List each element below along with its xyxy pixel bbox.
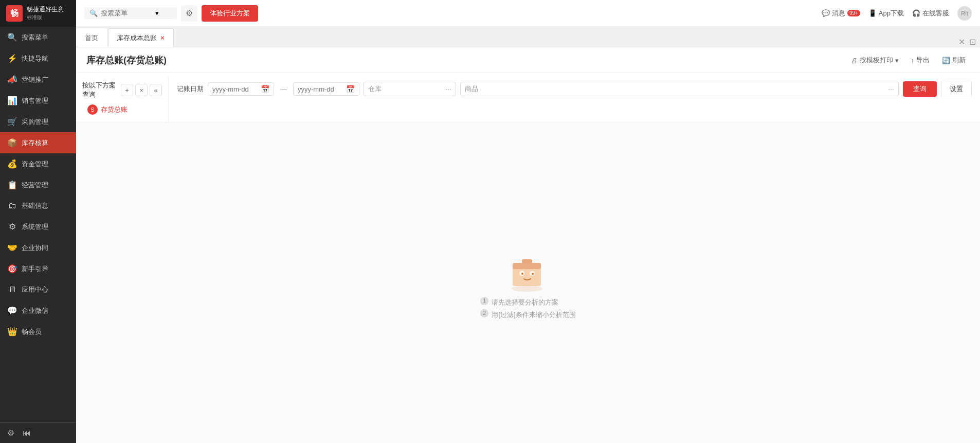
- topbar: 🔍 ▾ ⚙ 体验行业方案 💬 消息 99+ 📱 App下载 🎧 在线客服: [76, 0, 980, 27]
- svg-point-7: [512, 286, 542, 292]
- sidebar-item-shortcut[interactable]: ⚡ 快捷导航: [0, 48, 76, 69]
- app-badge: 标准版: [27, 14, 64, 21]
- sidebar-scroll: 🔍 搜索菜单 ⚡ 快捷导航 📣 营销推广 📊 销售管理 🛒 采购管理 📦 库存核…: [0, 27, 76, 422]
- goods-more-icon[interactable]: ···: [888, 85, 894, 93]
- content-area: 库存总账(存货总账) 🖨 按模板打印 ▾ ↑ 导出 🔄 刷新: [76, 47, 980, 443]
- finance-icon: 💰: [7, 159, 17, 169]
- collapse-icon[interactable]: ⏮: [23, 429, 31, 438]
- calendar-start-icon[interactable]: 📅: [261, 85, 269, 93]
- goods-select[interactable]: 商品 ···: [460, 82, 899, 96]
- marketing-icon: 📣: [7, 75, 17, 84]
- warehouse-select[interactable]: 仓库 ···: [364, 82, 456, 96]
- online-service-item[interactable]: 🎧 在线客服: [912, 9, 949, 18]
- page-header-actions: 🖨 按模板打印 ▾ ↑ 导出 🔄 刷新: [847, 54, 970, 67]
- search-icon: 🔍: [7, 32, 17, 42]
- date-start-input-wrap: 📅: [208, 82, 274, 96]
- settings-bottom-icon[interactable]: ⚙: [7, 428, 14, 438]
- trial-button[interactable]: 体验行业方案: [202, 5, 258, 22]
- sidebar-item-label-operations: 经营管理: [22, 181, 48, 190]
- goods-label: 商品: [465, 84, 478, 94]
- app-download-label: App下载: [879, 9, 904, 18]
- sidebar-item-label-purchase: 采购管理: [22, 117, 48, 127]
- sidebar-item-sales[interactable]: 📊 销售管理: [0, 90, 76, 111]
- query-button[interactable]: 查询: [903, 81, 937, 97]
- sidebar-item-label-finance: 资金管理: [22, 160, 48, 169]
- tab-close-icon[interactable]: ✕: [160, 34, 165, 42]
- sidebar-item-label-basics: 基础信息: [22, 201, 48, 210]
- sidebar-item-label-newbie: 新手引导: [22, 264, 48, 274]
- purchase-icon: 🛒: [7, 117, 17, 127]
- date-start-input[interactable]: [212, 85, 259, 93]
- warehouse-more-icon[interactable]: ···: [445, 85, 451, 93]
- sidebar-item-inventory[interactable]: 📦 库存核算: [0, 132, 76, 153]
- user-avatar[interactable]: Rit: [957, 6, 972, 21]
- sidebar-item-finance[interactable]: 💰 资金管理: [0, 153, 76, 174]
- topbar-search-icon: 🔍: [89, 9, 98, 17]
- date-separator: —: [278, 85, 289, 93]
- app-download-item[interactable]: 📱 App下载: [868, 9, 904, 18]
- sidebar-item-label-member: 畅会员: [22, 327, 42, 336]
- shortcut-icon: ⚡: [7, 54, 17, 63]
- date-end-input[interactable]: [298, 85, 344, 93]
- tab-home-label: 首页: [85, 33, 98, 43]
- print-button[interactable]: 🖨 按模板打印 ▾: [847, 54, 903, 67]
- tip-step-1: 1 请先选择要分析的方案: [480, 296, 575, 308]
- tab-inventory-cost[interactable]: 库存成本总账 ✕: [108, 28, 174, 47]
- body-area: 1 请先选择要分析的方案 2 用[过滤]条件来缩小分析范围: [76, 122, 980, 443]
- print-dropdown-icon[interactable]: ▾: [895, 57, 899, 64]
- export-label: 导出: [916, 56, 930, 65]
- export-icon: ↑: [911, 57, 915, 64]
- sidebar-item-appcenter[interactable]: 🖥 应用中心: [0, 279, 76, 300]
- system-icon: ⚙: [7, 222, 17, 232]
- sidebar-item-member[interactable]: 👑 畅会员: [0, 321, 76, 342]
- page-title: 库存总账(存货总账): [86, 54, 167, 66]
- sidebar-item-purchase[interactable]: 🛒 采购管理: [0, 111, 76, 132]
- tip-text-1: 请先选择要分析的方案: [492, 296, 558, 308]
- member-icon: 👑: [7, 327, 17, 336]
- sidebar-item-marketing[interactable]: 📣 营销推广: [0, 69, 76, 90]
- sidebar-item-system[interactable]: ⚙ 系统管理: [0, 216, 76, 237]
- scheme-icon-stock-ledger: S: [87, 104, 98, 115]
- app-logo: 畅 畅捷通好生意 标准版: [0, 0, 76, 27]
- messages-item[interactable]: 💬 消息 99+: [822, 9, 860, 18]
- collapse-filter-btn[interactable]: «: [150, 84, 162, 96]
- export-button[interactable]: ↑ 导出: [907, 54, 934, 67]
- date-end-input-wrap: 📅: [293, 82, 359, 96]
- sidebar-item-operations[interactable]: 📋 经营管理: [0, 174, 76, 196]
- sidebar-item-label-wechat: 企业微信: [22, 306, 48, 315]
- sidebar-item-newbie[interactable]: 🎯 新手引导: [0, 258, 76, 279]
- tab-bar-expand-icon[interactable]: ⊡: [969, 37, 976, 47]
- tab-bar: 首页 库存成本总账 ✕ ✕ ⊡: [76, 27, 980, 47]
- print-icon: 🖨: [851, 57, 858, 64]
- tab-bar-close-icon[interactable]: ✕: [958, 37, 965, 47]
- sidebar-item-enterprise[interactable]: 🤝 企业协同: [0, 237, 76, 258]
- empty-tips: 1 请先选择要分析的方案 2 用[过滤]条件来缩小分析范围: [480, 296, 575, 321]
- refresh-button[interactable]: 🔄 刷新: [938, 54, 970, 67]
- sidebar-item-search[interactable]: 🔍 搜索菜单: [0, 27, 76, 48]
- messages-label: 消息: [832, 9, 845, 18]
- sidebar-item-label-inventory: 库存核算: [22, 138, 48, 148]
- tab-home[interactable]: 首页: [76, 28, 107, 47]
- main-area: 🔍 ▾ ⚙ 体验行业方案 💬 消息 99+ 📱 App下载 🎧 在线客服: [76, 0, 980, 443]
- svg-rect-6: [522, 259, 532, 263]
- topbar-left: 🔍 ▾ ⚙ 体验行业方案: [84, 5, 815, 22]
- topbar-search-input[interactable]: [101, 9, 152, 17]
- delete-filter-btn[interactable]: ×: [135, 84, 148, 96]
- svg-rect-1: [513, 263, 541, 269]
- scheme-item-stock-ledger[interactable]: S 存货总账: [82, 101, 162, 118]
- sidebar-item-basics[interactable]: 🗂 基础信息: [0, 196, 76, 216]
- app-name: 畅捷通好生意: [27, 6, 64, 14]
- tip-step-2: 2 用[过滤]条件来缩小分析范围: [480, 309, 575, 321]
- topbar-search-area[interactable]: 🔍 ▾: [84, 7, 177, 19]
- basics-icon: 🗂: [7, 201, 17, 210]
- topbar-dropdown-icon[interactable]: ▾: [155, 9, 159, 17]
- inventory-icon: 📦: [7, 138, 17, 148]
- tip-text-2: 用[过滤]条件来缩小分析范围: [492, 309, 575, 321]
- page-header: 库存总账(存货总账) 🖨 按模板打印 ▾ ↑ 导出 🔄 刷新: [76, 47, 980, 73]
- gear-button[interactable]: ⚙: [181, 5, 197, 22]
- sidebar-item-wechat[interactable]: 💬 企业微信: [0, 300, 76, 321]
- sidebar-item-label-sales: 销售管理: [22, 96, 48, 105]
- calendar-end-icon[interactable]: 📅: [346, 85, 355, 93]
- add-filter-btn[interactable]: +: [121, 84, 133, 96]
- setting-button[interactable]: 设置: [941, 81, 972, 97]
